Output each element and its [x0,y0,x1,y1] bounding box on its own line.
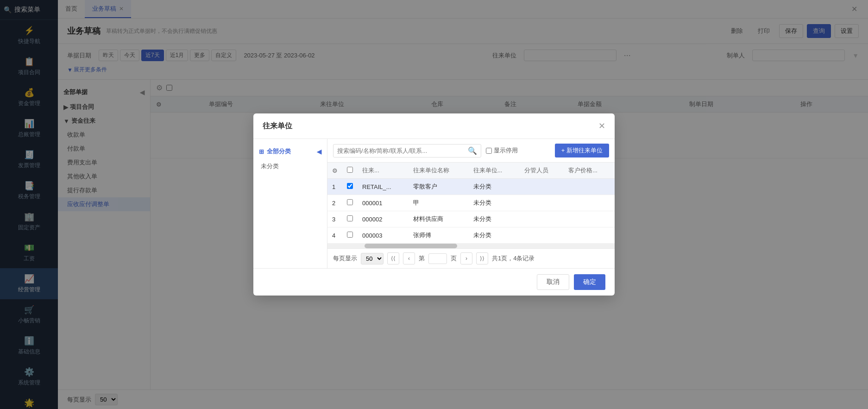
row-code: RETAIL_... [358,179,409,195]
row-name: 甲 [409,195,469,211]
row-price [564,211,615,227]
modal-left-header-label: 全部分类 [267,147,291,156]
modal-left-panel: ⊞ 全部分类 ◀ 未分类 [253,139,327,268]
modal-partner: 往来单位 ✕ ⊞ 全部分类 ◀ 未分类 [253,113,615,296]
confirm-button[interactable]: 确定 [574,274,605,290]
row-category: 未分类 [469,179,520,195]
row-salesman [520,179,564,195]
modal-overlay[interactable]: 往来单位 ✕ ⊞ 全部分类 ◀ 未分类 [0,0,868,409]
scrollbar-thumb[interactable] [365,244,457,248]
per-page-select[interactable]: 50 [361,253,384,264]
row-category: 未分类 [469,227,520,244]
modal-toolbar: 🔍 显示停用 + 新增往来单位 [327,139,615,163]
row-salesman [520,227,564,244]
row-select-checkbox[interactable] [347,232,353,238]
page-unit: 页 [451,254,457,263]
row-price [564,227,615,244]
table-row[interactable]: 2 000001 甲 未分类 [327,195,615,211]
row-no: 2 [327,195,342,211]
show-disabled-label: 显示停用 [494,146,518,155]
page-label: 第 [419,254,425,263]
modal-select-all-checkbox[interactable] [347,167,353,173]
modal-left-collapse-icon[interactable]: ◀ [317,148,321,155]
show-disabled-toggle[interactable]: 显示停用 [486,146,518,155]
row-no: 1 [327,179,342,195]
add-partner-button[interactable]: + 新增往来单位 [555,144,609,157]
row-select-checkbox[interactable] [347,199,353,205]
modal-col-checkbox [342,163,358,179]
modal-col-settings[interactable]: ⚙ [327,163,342,179]
modal-footer: 取消 确定 [253,268,615,296]
table-row[interactable]: 1 RETAIL_... 零散客户 未分类 [327,179,615,195]
row-select-checkbox[interactable] [347,183,353,189]
per-page-label: 每页显示 [333,254,357,263]
row-no: 3 [327,211,342,227]
row-name: 张师傅 [409,227,469,244]
row-salesman [520,211,564,227]
row-salesman [520,195,564,211]
row-checkbox[interactable] [342,179,358,195]
row-category: 未分类 [469,211,520,227]
modal-header: 往来单位 ✕ [253,113,615,139]
row-code: 000002 [358,211,409,227]
modal-col-salesman: 分管人员 [520,163,564,179]
row-price [564,195,615,211]
modal-col-price: 客户价格... [564,163,615,179]
row-checkbox[interactable] [342,195,358,211]
row-select-checkbox[interactable] [347,215,353,221]
modal-pagination: 每页显示 50 ⟨⟨ ‹ 第 1 页 › ⟩⟩ 共1页，4条记录 [327,248,615,268]
modal-left-item-label: 未分类 [261,163,279,170]
search-icon: 🔍 [468,146,477,155]
row-name: 材料供应商 [409,211,469,227]
modal-right-panel: 🔍 显示停用 + 新增往来单位 ⚙ [327,139,615,268]
row-price [564,179,615,195]
show-disabled-checkbox[interactable] [486,148,492,154]
cancel-button[interactable]: 取消 [537,274,569,290]
modal-left-item-unclassified[interactable]: 未分类 [253,159,327,173]
row-no: 4 [327,227,342,244]
modal-col-code: 往来... [358,163,409,179]
modal-close-icon[interactable]: ✕ [598,121,605,131]
next-page-button[interactable]: › [460,252,472,264]
modal-title: 往来单位 [263,121,292,131]
page-number-input[interactable]: 1 [428,253,447,264]
row-name: 零散客户 [409,179,469,195]
total-info: 共1页，4条记录 [492,254,535,263]
row-checkbox[interactable] [342,227,358,244]
modal-search-box[interactable]: 🔍 [333,144,481,157]
row-checkbox[interactable] [342,211,358,227]
row-category: 未分类 [469,195,520,211]
modal-col-name: 往来单位名称 [409,163,469,179]
first-page-button[interactable]: ⟨⟨ [387,252,399,264]
row-code: 000001 [358,195,409,211]
modal-table-wrap: ⚙ 往来... 往来单位名称 往来单位... 分管人员 客户价格... 1 [327,163,615,244]
prev-page-button[interactable]: ‹ [403,252,415,264]
modal-table: ⚙ 往来... 往来单位名称 往来单位... 分管人员 客户价格... 1 [327,163,615,244]
last-page-button[interactable]: ⟩⟩ [476,252,488,264]
modal-left-header: ⊞ 全部分类 ◀ [253,144,327,159]
modal-col-category: 往来单位... [469,163,520,179]
row-code: 000003 [358,227,409,244]
table-row[interactable]: 4 000003 张师傅 未分类 [327,227,615,244]
grid-icon: ⊞ [259,148,264,155]
horizontal-scrollbar[interactable] [327,244,615,248]
modal-body: ⊞ 全部分类 ◀ 未分类 🔍 显示 [253,139,615,268]
table-row[interactable]: 3 000002 材料供应商 未分类 [327,211,615,227]
modal-search-input[interactable] [337,147,465,154]
